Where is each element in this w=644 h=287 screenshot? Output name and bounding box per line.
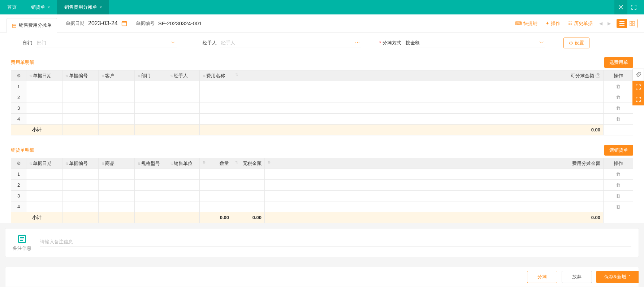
col-date[interactable]: ⇅单据日期 (26, 158, 62, 169)
document-header-bar: ▤ 销售费用分摊单 单据日期 2023-03-24 单据编号 SF-202303… (0, 14, 644, 32)
document-type-tab[interactable]: ▤ 销售费用分摊单 (7, 18, 57, 32)
fullscreen-button[interactable] (627, 0, 640, 14)
gear-icon: ✦ (545, 21, 549, 26)
delete-icon[interactable]: 🗑 (616, 105, 621, 111)
form-row: 部门 部门 ﹀ 经手人 经手人 ⋯ 分摊方式 按金额 ﹀ ⚙ 设置 (0, 32, 644, 53)
col-unit[interactable]: ⇅销售单位 (167, 158, 200, 169)
col-customer[interactable]: ⇅客户 (99, 70, 135, 81)
delete-icon[interactable]: 🗑 (616, 182, 621, 188)
handler-label: 经手人 (195, 40, 220, 46)
expand-alt-button[interactable] (632, 93, 644, 105)
help-icon[interactable]: ? (596, 73, 600, 78)
col-handler[interactable]: ⇅经手人 (167, 70, 200, 81)
gear-column-header[interactable]: ⚙ (11, 70, 26, 81)
sales-section: 销货单明细 选销货单 ⚙ ⇅单据日期 ⇅单据编号 ⇅商品 ⇅规格型号 ⇅销售单位… (0, 141, 644, 223)
col-fee-alloc[interactable]: ⇅费用分摊金额 (265, 158, 604, 169)
subtotal-row: 小计 0.00 (11, 125, 633, 135)
col-docno[interactable]: ⇅单据编号 (62, 70, 99, 81)
table-row[interactable]: 2🗑 (11, 92, 633, 103)
select-sales-button[interactable]: 选销货单 (604, 145, 633, 156)
view-toggle (617, 19, 637, 28)
subtotal-row: 小计 0.00 0.00 0.00 (11, 212, 633, 223)
col-docno[interactable]: ⇅单据编号 (62, 158, 99, 169)
allocate-button[interactable]: 分摊 (527, 271, 557, 283)
chevron-down-icon: ﹀ (171, 40, 176, 46)
prev-arrow-icon[interactable]: ◀ (598, 21, 604, 26)
table-row[interactable]: 2🗑 (11, 180, 633, 191)
sales-section-title: 销货单明细 (11, 147, 34, 153)
delete-icon[interactable]: 🗑 (616, 193, 621, 199)
svg-rect-6 (630, 24, 632, 26)
col-operation: 操作 (604, 158, 633, 169)
gear-icon: ⚙ (569, 40, 573, 46)
attachment-button[interactable] (632, 69, 644, 81)
tab-sales-fee-allocation[interactable]: 销售费用分摊单 × (57, 0, 109, 14)
window-close-button[interactable] (614, 0, 627, 14)
notes-icon (17, 234, 27, 244)
history-icon: ☷ (568, 21, 572, 26)
col-qty[interactable]: ⇅数量 (200, 158, 232, 169)
discard-button[interactable]: 放弃 (562, 271, 592, 283)
col-department[interactable]: ⇅部门 (135, 70, 167, 81)
table-row[interactable]: 4🗑 (11, 114, 633, 125)
expand-button[interactable] (632, 81, 644, 93)
table-row[interactable]: 1🗑 (11, 169, 633, 180)
expense-table: ⚙ ⇅单据日期 ⇅单据编号 ⇅客户 ⇅部门 ⇅经手人 ⇅费用名称 ⇅可分摊金额?… (11, 70, 633, 135)
department-label: 部门 (11, 40, 36, 46)
close-icon[interactable]: × (99, 0, 102, 14)
svg-rect-5 (632, 21, 635, 23)
remarks-placeholder: 请输入备注信息 (40, 239, 73, 244)
col-feename[interactable]: ⇅费用名称 (200, 70, 232, 81)
docno-value: SF-20230324-001 (158, 20, 202, 26)
col-date[interactable]: ⇅单据日期 (26, 70, 62, 81)
expense-section: 费用单明细 选费用单 ⚙ ⇅单据日期 ⇅单据编号 ⇅客户 ⇅部门 ⇅经手人 ⇅费… (0, 53, 644, 135)
next-arrow-icon[interactable]: ▶ (606, 21, 612, 26)
table-row[interactable]: 3🗑 (11, 103, 633, 114)
shortcut-link[interactable]: ⌨ 快捷键 (512, 20, 540, 27)
table-row[interactable]: 3🗑 (11, 191, 633, 201)
document-type-label: 销售费用分摊单 (19, 18, 52, 32)
calendar-icon[interactable] (121, 21, 127, 26)
date-value[interactable]: 2023-03-24 (88, 20, 118, 27)
remarks-bar: 备注信息 请输入备注信息 (5, 228, 639, 257)
subtotal-qty: 0.00 (200, 212, 232, 223)
delete-icon[interactable]: 🗑 (616, 116, 621, 122)
alloc-method-select[interactable]: 按金额 ﹀ (405, 38, 545, 48)
delete-icon[interactable]: 🗑 (616, 95, 621, 100)
subtotal-fee-alloc: 0.00 (265, 212, 604, 223)
tab-label: 首页 (7, 0, 17, 14)
delete-icon[interactable]: 🗑 (616, 204, 621, 209)
delete-icon[interactable]: 🗑 (616, 171, 621, 177)
remarks-label: 备注信息 (13, 245, 31, 252)
col-alloc-amount[interactable]: ⇅可分摊金额? (232, 70, 604, 81)
view-list-button[interactable] (617, 19, 627, 28)
footer-bar: 分摊 放弃 保存&新增˄ (5, 267, 639, 287)
alloc-method-value: 按金额 (406, 40, 420, 45)
tab-label: 销货单 (31, 0, 45, 14)
close-icon[interactable]: × (47, 0, 50, 14)
col-product[interactable]: ⇅商品 (99, 158, 135, 169)
document-icon: ▤ (12, 18, 17, 32)
delete-icon[interactable]: 🗑 (616, 84, 621, 89)
expense-section-title: 费用单明细 (11, 59, 34, 66)
gear-column-header[interactable]: ⚙ (11, 158, 26, 169)
remarks-input[interactable]: 请输入备注信息 (40, 239, 631, 247)
col-spec[interactable]: ⇅规格型号 (135, 158, 167, 169)
history-link[interactable]: ☷ 历史单据 (565, 20, 596, 27)
settings-button[interactable]: ⚙ 设置 (563, 38, 589, 48)
col-operation: 操作 (604, 70, 633, 81)
tab-home[interactable]: 首页 (0, 0, 24, 14)
col-notax[interactable]: ⇅无税金额 (232, 158, 265, 169)
subtotal-notax: 0.00 (232, 212, 265, 223)
keyboard-icon: ⌨ (515, 21, 522, 26)
view-card-button[interactable] (627, 19, 637, 28)
svg-rect-7 (632, 24, 635, 26)
handler-select[interactable]: 经手人 ⋯ (220, 38, 361, 48)
table-row[interactable]: 4🗑 (11, 201, 633, 212)
select-expense-button[interactable]: 选费用单 (604, 57, 633, 68)
operate-link[interactable]: ✦ 操作 (543, 20, 563, 27)
save-new-button[interactable]: 保存&新增˄ (596, 271, 639, 283)
table-row[interactable]: 1🗑 (11, 81, 633, 92)
department-select[interactable]: 部门 ﹀ (36, 38, 177, 48)
tab-sales-order[interactable]: 销货单 × (24, 0, 57, 14)
